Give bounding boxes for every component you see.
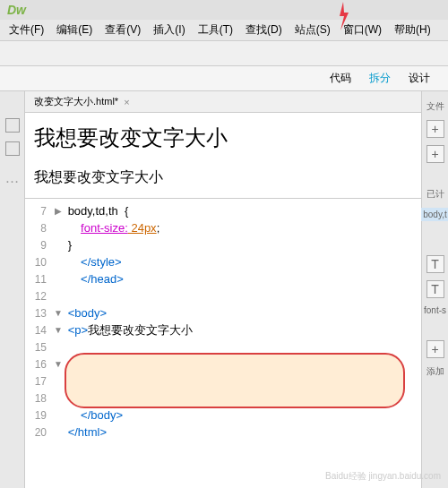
view-split[interactable]: 拆分: [369, 71, 391, 86]
tab-title: 改变文字大小.html*: [34, 95, 118, 108]
title-bar: Dw: [0, 0, 448, 20]
menu-edit[interactable]: 编辑(E): [56, 22, 92, 38]
menu-file[interactable]: 文件(F): [9, 22, 44, 38]
code-line: 17 <p>我想要改变文字大小</p>: [25, 372, 448, 390]
right-panel: 文件 + + 已计 body,t T T font-s + 添加: [421, 91, 448, 488]
view-bar: 代码 拆分 设计: [0, 66, 448, 91]
text-cursor: [130, 392, 131, 405]
code-line: 9 }: [25, 236, 448, 253]
code-line: 16▼ <font style="font-size: 18px">: [25, 355, 448, 372]
panel-status: 已计: [426, 188, 444, 201]
code-line: 11 </head>: [25, 270, 448, 287]
menu-site[interactable]: 站点(S): [295, 22, 331, 38]
view-design[interactable]: 设计: [409, 71, 430, 86]
menu-tools[interactable]: 工具(T): [198, 22, 233, 38]
content-area: 改变文字大小.html* × 我想要改变文字大小 我想要改变文字大小 7▶ bo…: [25, 91, 448, 488]
view-code[interactable]: 代码: [330, 71, 351, 86]
code-line: 10 </style>: [25, 253, 448, 270]
preview-pane[interactable]: 我想要改变文字大小 我想要改变文字大小: [25, 113, 448, 199]
lightning-icon: [334, 0, 352, 36]
tool-icon-2[interactable]: [5, 141, 20, 156]
toolbar-secondary: [0, 41, 448, 66]
code-line: 15: [25, 338, 448, 355]
menu-bar: 文件(F) 编辑(E) 查看(V) 插入(I) 工具(T) 查找(D) 站点(S…: [0, 20, 448, 41]
app-logo: Dw: [7, 3, 26, 17]
preview-text-small: 我想要改变文字大小: [34, 168, 439, 187]
code-line: 14▼ <p>我想要改变文字大小: [25, 321, 448, 338]
code-line: 12: [25, 287, 448, 304]
panel-bodytag[interactable]: body,t: [421, 208, 448, 221]
panel-add-1[interactable]: +: [426, 120, 444, 138]
panel-text-1[interactable]: T: [426, 255, 444, 273]
watermark: Baidu经验 jingyan.baidu.com: [325, 470, 441, 483]
panel-nav: 添加: [426, 365, 444, 378]
code-line: 20 </html>: [25, 424, 448, 441]
code-line: 18 </font>: [25, 390, 448, 407]
tool-more[interactable]: …: [5, 170, 20, 186]
preview-text-large: 我想要改变文字大小: [34, 124, 439, 152]
panel-add-3[interactable]: +: [426, 340, 444, 358]
menu-find[interactable]: 查找(D): [246, 22, 282, 38]
code-line: 19 </body>: [25, 407, 448, 424]
panel-add-2[interactable]: +: [426, 145, 444, 163]
panel-fontsize: font-s: [424, 305, 446, 315]
left-toolbar: …: [0, 91, 25, 488]
main-area: … 改变文字大小.html* × 我想要改变文字大小 我想要改变文字大小 7▶ …: [0, 91, 448, 488]
tab-close[interactable]: ×: [124, 97, 129, 107]
menu-view[interactable]: 查看(V): [105, 22, 141, 38]
tool-icon-1[interactable]: [5, 118, 20, 133]
menu-help[interactable]: 帮助(H): [394, 22, 431, 38]
panel-files-label[interactable]: 文件: [426, 100, 444, 113]
document-tab[interactable]: 改变文字大小.html* ×: [25, 91, 448, 113]
panel-text-2[interactable]: T: [426, 280, 444, 298]
code-editor[interactable]: 7▶ body,td,th { 8 font-size: 24px; 9 } 1…: [25, 199, 448, 488]
menu-insert[interactable]: 插入(I): [153, 22, 185, 38]
code-line: 13▼ <body>: [25, 304, 448, 321]
code-line: 7▶ body,td,th {: [25, 202, 448, 219]
code-line: 8 font-size: 24px;: [25, 219, 448, 236]
